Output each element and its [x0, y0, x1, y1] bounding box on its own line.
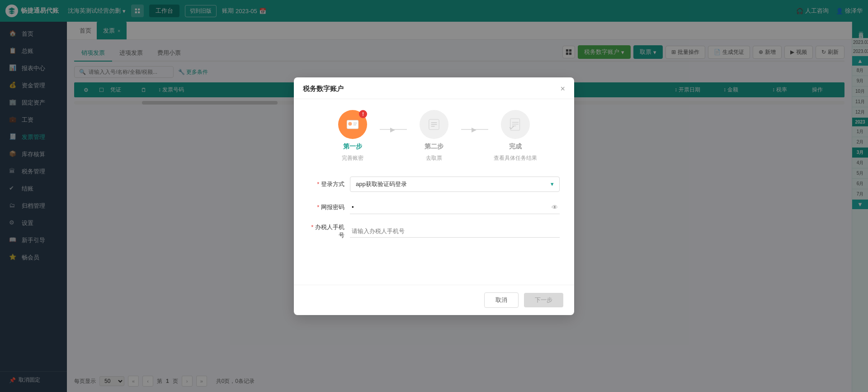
modal-body: ! 第一步 完善账密	[294, 99, 574, 285]
modal-overlay: 税务数字账户 × ! 第一步	[0, 0, 868, 392]
step2-circle	[420, 110, 448, 139]
step1-badge: !	[359, 110, 367, 118]
step1-circle: !	[338, 110, 367, 139]
password-group: * 网报密码 👁	[308, 201, 560, 214]
required-star2: *	[317, 204, 319, 210]
step-3: 完成 查看具体任务结果	[488, 110, 542, 162]
step1-sub: 完善账密	[342, 154, 363, 162]
step2-sub: 去取票	[426, 154, 442, 162]
cancel-btn[interactable]: 取消	[484, 292, 519, 308]
password-input[interactable]	[352, 204, 552, 210]
phone-field-wrapper	[350, 225, 560, 238]
select-dropdown-icon: ▾	[551, 181, 554, 187]
modal-header: 税务数字账户 ×	[294, 77, 574, 99]
svg-point-9	[348, 122, 352, 125]
phone-label: * 办税人手机号	[308, 223, 344, 239]
step3-sub: 查看具体任务结果	[494, 154, 537, 162]
required-star: *	[317, 181, 319, 187]
step2-label: 第二步	[425, 143, 443, 151]
step-1: ! 第一步 完善账密	[326, 110, 380, 162]
modal-title: 税务数字账户	[303, 85, 344, 93]
next-btn[interactable]: 下一步	[524, 293, 563, 307]
login-method-select[interactable]: app获取验证码登录 ▾	[350, 177, 560, 192]
tax-digital-modal: 税务数字账户 × ! 第一步	[294, 77, 574, 315]
login-method-value: app获取验证码登录	[356, 180, 407, 188]
step-arrow-2	[461, 129, 488, 130]
step3-label: 完成	[509, 143, 522, 151]
steps-indicator: ! 第一步 完善账密	[308, 110, 560, 162]
phone-group: * 办税人手机号	[308, 223, 560, 239]
modal-close-btn[interactable]: ×	[560, 85, 565, 93]
modal-footer: 取消 下一步	[294, 285, 574, 315]
login-method-label: * 登录方式	[308, 180, 344, 188]
step1-label: 第一步	[343, 143, 362, 151]
modal-spacer	[308, 249, 560, 276]
step-arrow-1	[380, 129, 407, 130]
password-label: * 网报密码	[308, 203, 344, 211]
eye-icon[interactable]: 👁	[552, 204, 558, 211]
login-method-group: * 登录方式 app获取验证码登录 ▾	[308, 177, 560, 192]
phone-input[interactable]	[352, 228, 558, 234]
password-field-wrapper: 👁	[350, 201, 560, 214]
step3-circle	[501, 110, 530, 139]
required-star3: *	[311, 224, 313, 230]
step-2: 第二步 去取票	[407, 110, 461, 162]
